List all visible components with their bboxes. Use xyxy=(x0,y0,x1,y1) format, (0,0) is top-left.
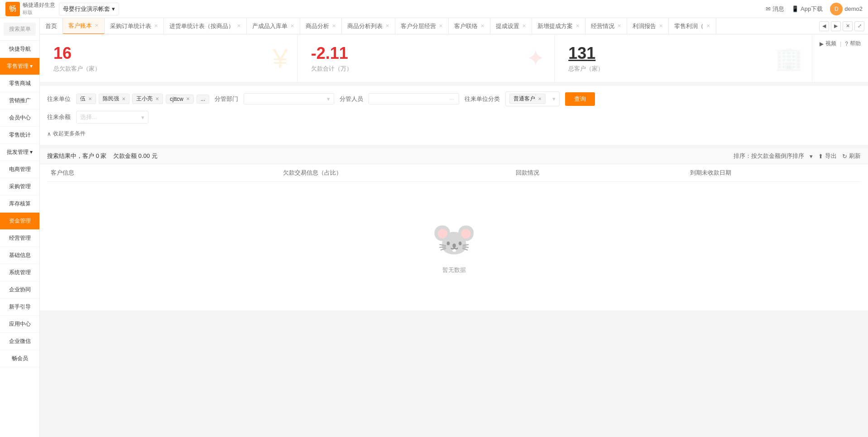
sidebar-item-membership[interactable]: 会员中心 xyxy=(0,109,39,127)
sidebar-item-wechat[interactable]: 企业微信 xyxy=(0,333,39,350)
sidebar-item-newbie[interactable]: 新手引导 xyxy=(0,299,39,316)
tab-close-product-entry[interactable]: ✕ xyxy=(290,23,294,29)
tab-new-advance[interactable]: 新增提成方案 ✕ xyxy=(532,18,585,34)
logo-text: 畅捷通好生意 xyxy=(23,2,55,9)
sidebar-item-wholesale[interactable]: 批发管理 ▾ xyxy=(0,144,39,161)
filter-tag-chen: 陈民强 ✕ xyxy=(99,94,129,104)
sidebar-item-label: 库存核算 xyxy=(9,200,31,208)
message-icon: ✉ xyxy=(766,5,771,12)
tab-close-business-situation[interactable]: ✕ xyxy=(617,23,621,29)
tab-goods-analysis-list[interactable]: 商品分析列表 ✕ xyxy=(342,18,395,34)
sidebar-item-inventory[interactable]: 库存核算 xyxy=(0,195,39,213)
filter-tag-wu: 伍 ✕ xyxy=(76,94,96,104)
export-btn[interactable]: ⬆ 导出 xyxy=(818,152,837,160)
avatar: D xyxy=(830,3,843,15)
tab-customer-connect[interactable]: 客户联络 ✕ xyxy=(449,18,490,34)
video-icon: ▶ xyxy=(820,41,824,47)
tab-home[interactable]: 首页 xyxy=(40,18,63,34)
video-btn[interactable]: ▶ 视频 xyxy=(820,40,836,48)
tab-close-stock-stats[interactable]: ✕ xyxy=(237,23,241,29)
search-menu-btn[interactable]: 搜索菜单 xyxy=(4,23,36,36)
sidebar-item-purchase[interactable]: 采购管理 xyxy=(0,178,39,195)
sidebar-item-label: 批发管理 ▾ xyxy=(7,148,33,156)
tab-close-retail-profit[interactable]: ✕ xyxy=(706,23,710,29)
sidebar-item-marketing[interactable]: 营销推广 xyxy=(0,92,39,109)
company-selector[interactable]: 母婴行业演示帐套 ▾ xyxy=(59,3,119,15)
tab-bar: 首页 客户账本 ✕ 采购订单统计表 ✕ 进货单统计表（按商品） ✕ 产成品入库单… xyxy=(40,18,868,34)
balance-select[interactable]: 选择... ▾ xyxy=(76,111,149,124)
unit-class-select[interactable]: 普通客户 ✕ ▾ xyxy=(505,91,560,106)
tab-close-goods-analysis-list[interactable]: ✕ xyxy=(385,23,389,29)
tab-goods-analysis[interactable]: 商品分析 ✕ xyxy=(300,18,342,34)
sidebar-item-app-center[interactable]: 应用中心 xyxy=(0,316,39,333)
remove-tag-wang[interactable]: ✕ xyxy=(155,96,159,101)
tab-prev-btn[interactable]: ◀ xyxy=(819,21,829,31)
tab-close-accounts-receivable[interactable]: ✕ xyxy=(95,23,99,28)
tab-purchase-order[interactable]: 采购订单统计表 ✕ xyxy=(105,18,164,34)
unit-filter-label: 往来单位 xyxy=(47,95,71,103)
col-credit-info: 欠款交易信息（占比） xyxy=(279,169,512,177)
tab-accounts-receivable[interactable]: 客户账本 ✕ xyxy=(63,18,105,34)
tab-advance-settings[interactable]: 提成设置 ✕ xyxy=(490,18,532,34)
sidebar-item-vip[interactable]: 畅会员 xyxy=(0,350,39,367)
app-download-btn[interactable]: 📱 App下载 xyxy=(791,5,823,13)
remove-unit-class-tag[interactable]: ✕ xyxy=(538,96,542,101)
sidebar-item-enterprise[interactable]: 企业协同 xyxy=(0,281,39,299)
tab-maximize-btn[interactable]: ⤢ xyxy=(854,21,864,31)
query-button[interactable]: 查询 xyxy=(565,92,595,106)
balance-placeholder: 选择... xyxy=(80,113,97,121)
message-btn[interactable]: ✉ 消息 xyxy=(766,5,784,13)
sidebar-item-retail-stats[interactable]: 零售统计 xyxy=(0,127,39,144)
tab-retail-profit[interactable]: 零售利润（ ✕ xyxy=(669,18,716,34)
remove-tag-wu[interactable]: ✕ xyxy=(88,96,92,101)
sidebar-item-basic-info[interactable]: 基础信息 xyxy=(0,247,39,264)
tab-close-purchase-order[interactable]: ✕ xyxy=(154,23,158,29)
tab-close-advance-settings[interactable]: ✕ xyxy=(522,23,526,29)
tab-close-goods-analysis[interactable]: ✕ xyxy=(332,23,336,29)
tab-close-customer-connect[interactable]: ✕ xyxy=(480,23,484,29)
filter-tag-more[interactable]: ... xyxy=(197,95,209,104)
tab-business-situation[interactable]: 经营情况 ✕ xyxy=(585,18,627,34)
sidebar-item-finance[interactable]: 资金管理 xyxy=(0,213,39,230)
person-select[interactable]: ··· xyxy=(369,93,459,104)
unit-class-filter-label: 往来单位分类 xyxy=(465,95,500,103)
tab-customer-tier[interactable]: 客户分层经营 ✕ xyxy=(395,18,449,34)
logo-subtitle: 标版 xyxy=(23,9,55,16)
collapse-icon: ∧ xyxy=(47,131,51,137)
tab-next-btn[interactable]: ▶ xyxy=(831,21,841,31)
sidebar-item-label: 基础信息 xyxy=(9,252,31,259)
tab-close-customer-tier[interactable]: ✕ xyxy=(439,23,443,29)
collapse-btn[interactable]: ∧ 收起更多条件 xyxy=(47,128,861,139)
user-menu-btn[interactable]: D demo2 xyxy=(830,3,863,15)
dept-filter-label: 分管部门 xyxy=(215,95,238,103)
remove-tag-chen[interactable]: ✕ xyxy=(122,96,125,101)
stats-header: 16 总欠款客户（家） ¥ -2.11 欠款合计（万） ✦ 131 总客户（家）… xyxy=(40,34,868,82)
tab-profit-report[interactable]: 利润报告 ✕ xyxy=(627,18,669,34)
remove-tag-cjttcw[interactable]: ✕ xyxy=(186,96,190,101)
tab-stock-stats[interactable]: 进货单统计表（按商品） ✕ xyxy=(164,18,247,34)
sidebar-item-retail[interactable]: 零售管理 ▾ xyxy=(0,58,39,75)
stat-value-credit-amount: -2.11 xyxy=(311,43,541,63)
sidebar-item-label: 经营管理 xyxy=(9,234,31,242)
empty-icon: 🐭 xyxy=(432,218,477,261)
sidebar-item-label: 系统管理 xyxy=(9,269,31,276)
sidebar-item-label: 畅会员 xyxy=(12,355,28,362)
sidebar-item-quicknav[interactable]: 快捷导航 xyxy=(0,41,39,58)
sidebar-item-retail-mall[interactable]: 零售商城 xyxy=(0,75,39,92)
refresh-btn[interactable]: ↻ 刷新 xyxy=(842,152,861,160)
tab-product-entry[interactable]: 产成品入库单 ✕ xyxy=(247,18,300,34)
sidebar-item-label: 新手引导 xyxy=(9,303,31,311)
company-name: 母婴行业演示帐套 xyxy=(63,5,110,13)
tab-close-new-advance[interactable]: ✕ xyxy=(575,23,580,29)
sort-arrow-icon: ▾ xyxy=(810,153,813,160)
help-btn[interactable]: ? 帮助 xyxy=(845,40,861,48)
sidebar-item-system[interactable]: 系统管理 xyxy=(0,264,39,281)
sidebar-item-ecommerce[interactable]: 电商管理 xyxy=(0,161,39,178)
sidebar-item-operations[interactable]: 经营管理 xyxy=(0,230,39,247)
unit-filter-tags: 伍 ✕ 陈民强 ✕ 王小亮 ✕ cjttcw ✕ xyxy=(76,94,209,104)
table-header: 客户信息 欠款交易信息（占比） 回款情况 到期未收款日期 xyxy=(47,164,861,182)
person-filter-label: 分管人员 xyxy=(340,95,363,103)
dept-select[interactable]: ▾ xyxy=(244,93,334,104)
tab-close-all-btn[interactable]: ✕ xyxy=(843,21,853,31)
tab-close-profit-report[interactable]: ✕ xyxy=(659,23,663,29)
